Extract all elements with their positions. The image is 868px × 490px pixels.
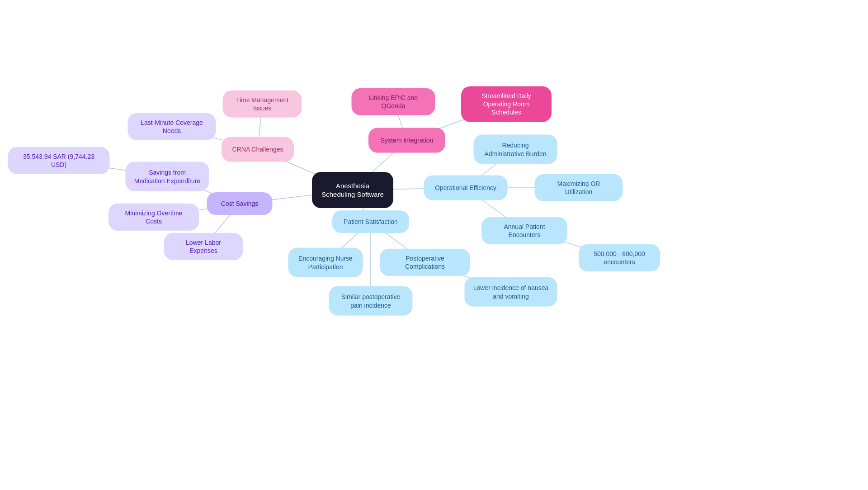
node-postoperative-complications[interactable]: Postoperative Complications xyxy=(380,249,470,276)
connections-svg xyxy=(0,0,868,490)
node-operational-efficiency[interactable]: Operational Efficiency xyxy=(424,176,508,200)
node-savings-medication[interactable]: Savings from Medication Expenditure xyxy=(126,162,209,191)
node-encounters-count[interactable]: 500,000 - 600,000 encounters xyxy=(579,244,660,271)
node-reducing-admin[interactable]: Reducing Administrative Burden xyxy=(474,135,557,164)
mindmap-container: Anesthesia Scheduling SoftwareCRNA Chall… xyxy=(0,0,868,490)
node-minimizing-overtime[interactable]: Minimizing Overtime Costs xyxy=(108,204,199,231)
node-encouraging-nurse[interactable]: Encouraging Nurse Participation xyxy=(288,248,363,277)
node-sar-value[interactable]: 35,543.94 SAR (9,744.23 USD) xyxy=(8,147,110,174)
node-last-minute[interactable]: Last-Minute Coverage Needs xyxy=(128,113,216,140)
center-node[interactable]: Anesthesia Scheduling Software xyxy=(312,172,393,208)
node-cost-savings[interactable]: Cost Savings xyxy=(207,192,273,215)
node-time-management[interactable]: Time Management Issues xyxy=(223,90,302,118)
node-lower-nausea[interactable]: Lower incidence of nausea and vomiting xyxy=(465,277,557,307)
node-streamlined-or[interactable]: Streamlined Daily Operating Room Schedul… xyxy=(461,86,552,122)
node-maximizing-or[interactable]: Maximizing OR Utilization xyxy=(535,174,623,201)
node-crna-challenges[interactable]: CRNA Challenges xyxy=(222,137,294,162)
node-linking-epic[interactable]: Linking EPIC and QGenda xyxy=(352,88,435,115)
node-similar-pain[interactable]: Similar postoperative pain incidence xyxy=(329,286,413,316)
node-patient-satisfaction[interactable]: Patient Satisfaction xyxy=(332,210,409,233)
node-annual-patient[interactable]: Annual Patient Encounters xyxy=(481,217,567,244)
node-lower-labor[interactable]: Lower Labor Expenses xyxy=(164,233,243,260)
node-system-integration[interactable]: System Integration xyxy=(368,128,445,153)
